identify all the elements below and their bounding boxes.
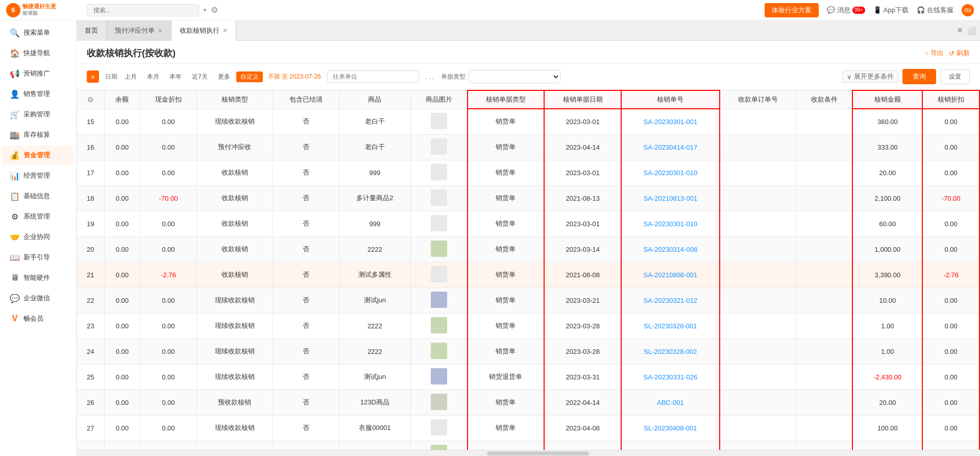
verify-num-link[interactable]: SL-20230408-001 <box>644 424 697 432</box>
online-service-button[interactable]: 🎧 在线客服 <box>917 6 953 15</box>
verify-num-link[interactable]: SA-20210813-001 <box>644 195 698 202</box>
app-download-button[interactable]: 📱 App下载 <box>873 6 909 15</box>
cell-verify-type: 收款核销 <box>197 262 273 287</box>
cell-verify-num[interactable]: SA-20230301-001 <box>621 109 719 134</box>
table-row: 17 0.00 0.00 收款核销 否 999 销货单 2023-03-01 S… <box>77 160 980 185</box>
query-button[interactable]: 查询 <box>902 69 936 84</box>
cell-balance: 0.00 <box>104 441 140 450</box>
gear-column-icon[interactable]: ⚙ <box>87 95 94 104</box>
th-include-settled: 包含已结清 <box>273 90 339 109</box>
top-search-input[interactable] <box>87 4 199 16</box>
cell-id: 17 <box>77 160 105 185</box>
cell-verify-num[interactable]: SA-20210813-001 <box>621 185 719 211</box>
sidebar-item-sys-mgmt[interactable]: ⚙ 系统管理 <box>2 207 74 226</box>
verify-num-link[interactable]: SA-20210808-001 <box>644 271 698 279</box>
sidebar-item-corp-wechat[interactable]: 💬 企业微信 <box>2 289 74 308</box>
user-avatar[interactable]: Rit <box>962 4 974 16</box>
verify-num-link[interactable]: SA-20230414-017 <box>644 143 698 151</box>
verify-tab-close-icon[interactable]: ✕ <box>223 28 228 34</box>
last-month-btn[interactable]: 上月 <box>120 71 141 82</box>
cell-verify-type: 现续收款核销 <box>197 109 273 134</box>
cell-verify-num[interactable]: SA-20230314-008 <box>621 236 719 262</box>
sidebar-item-purchase-mgmt[interactable]: 🛒 采购管理 <box>2 105 74 124</box>
more-date-btn[interactable]: 更多 <box>214 71 234 82</box>
goods-image <box>431 368 447 385</box>
custom-date-btn[interactable]: 自定义 <box>236 71 263 82</box>
cell-verify-num[interactable]: SL-20230418-001 <box>621 441 719 450</box>
this-year-btn[interactable]: 本年 <box>165 71 186 82</box>
expand-more-button[interactable]: ∨ 展开更多条件 <box>842 70 898 83</box>
horizontal-scrollbar[interactable] <box>77 450 980 456</box>
cell-verify-num[interactable]: SA-20230301-010 <box>621 211 719 236</box>
settings-button[interactable]: 设置 <box>940 69 970 84</box>
prepay-tab-close-icon[interactable]: ✕ <box>158 28 163 34</box>
cell-verify-num[interactable]: SA-20230331-026 <box>621 364 719 390</box>
cell-verify-num[interactable]: SA-20210808-001 <box>621 262 719 287</box>
verify-num-link[interactable]: SA-20230301-010 <box>644 220 698 228</box>
verify-num-link[interactable]: SA-20230321-012 <box>644 297 698 304</box>
inventory-icon: 🏬 <box>10 130 19 139</box>
sidebar-item-member[interactable]: V 畅会员 <box>2 309 74 328</box>
sidebar-item-biz-mgmt[interactable]: 📊 经营管理 <box>2 166 74 185</box>
phone-icon: 📱 <box>873 6 881 14</box>
partner-filter-input[interactable] <box>327 70 419 83</box>
verify-num-link[interactable]: SA-20230314-008 <box>644 246 698 253</box>
sidebar-item-inventory[interactable]: 🏬 库存核算 <box>2 125 74 145</box>
cell-verify-num[interactable]: SL-20230408-001 <box>621 415 719 441</box>
sidebar-item-marketing[interactable]: 📢 营销推广 <box>2 64 74 83</box>
cell-goods: 衣服00001 <box>339 415 411 441</box>
cell-verify-bill-type: 销货单 <box>468 415 545 441</box>
sidebar-item-finance[interactable]: 💰 资金管理 <box>2 146 74 165</box>
scroll-thumb[interactable] <box>487 451 589 455</box>
tab-maximize-icon[interactable]: ⬜ <box>967 27 976 35</box>
th-gear[interactable]: ⚙ <box>77 90 105 109</box>
sidebar-item-search-menu[interactable]: 🔍 搜索菜单 <box>2 23 74 42</box>
cell-cash-discount: 0.00 <box>140 109 197 134</box>
sidebar-item-smart-hw[interactable]: 🖥 智能硬件 <box>2 268 74 287</box>
export-icon: ↑ <box>925 50 929 57</box>
verify-num-link[interactable]: SA-20230331-026 <box>644 373 698 381</box>
cell-verify-num[interactable]: SL-20230328-001 <box>621 313 719 339</box>
verify-num-link[interactable]: SA-20230301-001 <box>644 118 698 126</box>
sidebar-label-inventory: 库存核算 <box>23 130 50 139</box>
th-goods: 商品 <box>339 90 411 109</box>
this-month-btn[interactable]: 本月 <box>143 71 163 82</box>
export-button[interactable]: ↑ 导出 <box>925 49 944 58</box>
filter-expand-button[interactable]: » <box>87 70 99 83</box>
cell-verify-num[interactable]: ABC-001 <box>621 390 719 415</box>
refresh-button[interactable]: ↺ 刷新 <box>949 49 970 58</box>
cell-goods: 2222 <box>339 441 411 450</box>
cell-cash-discount: 0.00 <box>140 339 197 364</box>
verify-num-link[interactable]: ABC-001 <box>657 399 684 406</box>
sidebar-item-newbie[interactable]: 📖 新手引导 <box>2 248 74 267</box>
verify-num-link[interactable]: SA-20230301-010 <box>644 169 698 177</box>
app-logo-icon: 6 <box>6 3 20 17</box>
cell-verify-num[interactable]: SA-20230321-012 <box>621 287 719 313</box>
service-icon: 🎧 <box>917 6 925 14</box>
settings-icon[interactable]: ⚙ <box>211 5 218 15</box>
cell-verify-bill-type: 销货单 <box>468 339 545 364</box>
cell-cash-discount: 0.00 <box>140 415 197 441</box>
industry-solution-button[interactable]: 体验行业方案 <box>765 3 819 17</box>
cell-verify-num[interactable]: SA-20230414-017 <box>621 134 719 160</box>
last7-btn[interactable]: 近7天 <box>188 71 212 82</box>
cell-verify-amount: 20.00 <box>852 390 922 415</box>
cell-verify-discount: 0.00 <box>922 441 979 450</box>
cell-receipt-order-num <box>720 441 796 450</box>
tab-close-all-icon[interactable]: ✕ <box>957 26 963 35</box>
sidebar-item-corp-collab[interactable]: 🤝 企业协同 <box>2 227 74 247</box>
sidebar-item-quick-nav[interactable]: 🏠 快捷导航 <box>2 43 74 63</box>
cell-verify-num[interactable]: SL-20230328-002 <box>621 339 719 364</box>
verify-num-link[interactable]: SL-20230328-002 <box>644 348 697 355</box>
cell-verify-num[interactable]: SA-20230301-010 <box>621 160 719 185</box>
bill-type-select[interactable] <box>469 70 560 83</box>
cell-balance: 0.00 <box>104 415 140 441</box>
tab-verify[interactable]: 收款核销执行 ✕ <box>172 20 236 41</box>
table-container[interactable]: ⚙ 余额 现金折扣 核销类型 包含已结清 商品 商品图片 核销单据类型 核销单据… <box>77 90 980 450</box>
tab-home[interactable]: 首页 <box>77 20 107 41</box>
verify-num-link[interactable]: SL-20230328-001 <box>644 322 697 330</box>
message-button[interactable]: 💬 消息 99+ <box>827 6 865 15</box>
tab-prepay[interactable]: 预付冲应付单 ✕ <box>107 20 172 41</box>
sidebar-item-sales-mgmt[interactable]: 👤 销售管理 <box>2 84 74 104</box>
sidebar-item-basic-info[interactable]: 📋 基础信息 <box>2 186 74 206</box>
